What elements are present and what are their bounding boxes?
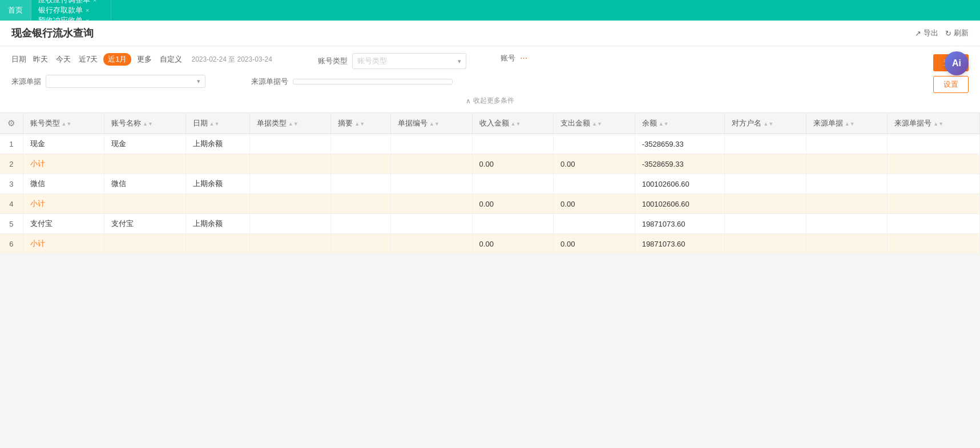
ai-assistant-button[interactable]: Ai — [945, 51, 969, 75]
col-header-account_name: 账号名称▲▼ — [104, 113, 186, 134]
cell-balance: -3528659.33 — [635, 134, 725, 154]
nav-tabs: 收款单×付款单×其他收入单×应收应付调整单×银行存取款单×预收冲应收单×收款核销… — [31, 0, 111, 21]
col-header-expense: 支出金额▲▼ — [554, 113, 635, 134]
cell-account_type: 现金 — [23, 134, 104, 154]
cell-counterpart — [725, 154, 806, 174]
cell-counterpart — [725, 214, 806, 234]
tab-close-icon[interactable]: × — [86, 7, 89, 14]
nav-tab-银行存取款单[interactable]: 银行存取款单× — [31, 5, 111, 15]
collapse-more-conditions-button[interactable]: ∧ 收起更多条件 — [11, 96, 969, 106]
cell-account_name: 支付宝 — [104, 214, 186, 234]
cell-account_name: 现金 — [104, 134, 186, 154]
cell-doc_type — [249, 174, 331, 194]
cell-source_doc — [806, 214, 888, 234]
account-more-button[interactable]: ··· — [520, 53, 527, 63]
col-header-date: 日期▲▼ — [185, 113, 249, 134]
cell-doc_no — [391, 194, 473, 214]
gear-settings-icon[interactable]: ⚙ — [7, 118, 15, 128]
col-label-doc_no: 单据编号 — [398, 119, 428, 127]
ai-label: Ai — [952, 58, 961, 68]
cell-expense — [554, 134, 635, 154]
source-doc-num-label: 来源单据号 — [251, 76, 288, 87]
cell-summary — [331, 174, 391, 194]
chevron-down-icon: ▾ — [458, 58, 461, 65]
sort-icon-source_doc[interactable]: ▲▼ — [845, 121, 855, 127]
cell-source_doc_no — [888, 234, 980, 254]
cell-expense: 0.00 — [554, 154, 635, 174]
table-row: 5支付宝支付宝上期余额19871073.60 — [0, 214, 980, 234]
account-type-select[interactable]: 账号类型 ▾ — [352, 53, 466, 69]
col-label-date: 日期 — [193, 119, 208, 127]
date-shortcut-自定义[interactable]: 自定义 — [158, 53, 184, 66]
date-shortcut-昨天[interactable]: 昨天 — [31, 53, 50, 66]
col-header-income: 收入金额▲▼ — [472, 113, 554, 134]
cell-account_name — [104, 194, 186, 214]
sort-icon-account_type[interactable]: ▲▼ — [62, 121, 72, 127]
cell-balance: 100102606.60 — [635, 174, 725, 194]
table-body: 1现金现金上期余额-3528659.332小计0.000.00-3528659.… — [0, 134, 980, 254]
nav-tab-预收冲应收单[interactable]: 预收冲应收单× — [31, 15, 111, 21]
sort-icon-income[interactable]: ▲▼ — [511, 121, 521, 127]
sort-icon-summary[interactable]: ▲▼ — [354, 121, 365, 127]
date-shortcut-今天[interactable]: 今天 — [54, 53, 73, 66]
cell-expense — [554, 174, 635, 194]
chevron-down-icon-2: ▾ — [197, 78, 200, 85]
row-num-cell: 5 — [0, 214, 23, 234]
export-button[interactable]: ↗ 导出 — [915, 28, 938, 38]
source-doc-num-input[interactable] — [293, 79, 453, 84]
col-header-summary: 摘要▲▼ — [331, 113, 391, 134]
tab-close-icon[interactable]: × — [93, 0, 96, 3]
sort-icon-source_doc_no[interactable]: ▲▼ — [933, 121, 943, 127]
cell-source_doc — [806, 154, 888, 174]
source-doc-select[interactable]: ▾ — [46, 75, 205, 88]
cell-account_type: 小计 — [23, 234, 104, 254]
source-doc-label: 来源单据 — [11, 76, 41, 87]
date-shortcuts: 昨天今天近7天近1月更多自定义 — [31, 53, 184, 66]
tab-close-icon[interactable]: × — [86, 17, 89, 21]
sort-icon-date[interactable]: ▲▼ — [209, 121, 220, 127]
table-row: 3微信微信上期余额100102606.60 — [0, 174, 980, 194]
date-shortcut-近7天[interactable]: 近7天 — [76, 53, 100, 66]
cell-date — [185, 154, 249, 174]
sort-icon-expense[interactable]: ▲▼ — [592, 121, 602, 127]
sort-icon-doc_no[interactable]: ▲▼ — [429, 121, 439, 127]
sort-icon-account_name[interactable]: ▲▼ — [143, 121, 153, 127]
col-header-source_doc: 来源单据▲▼ — [806, 113, 888, 134]
cell-summary — [331, 214, 391, 234]
col-label-expense: 支出金额 — [560, 119, 590, 127]
data-table-container: ⚙账号类型▲▼账号名称▲▼日期▲▼单据类型▲▼摘要▲▼单据编号▲▼收入金额▲▼支… — [0, 113, 980, 254]
cell-doc_no — [391, 214, 473, 234]
table-row: 2小计0.000.00-3528659.33 — [0, 154, 980, 174]
refresh-button[interactable]: ↻ 刷新 — [945, 28, 969, 38]
cell-doc_no — [391, 174, 473, 194]
sort-icon-counterpart[interactable]: ▲▼ — [763, 121, 773, 127]
date-shortcut-近1月[interactable]: 近1月 — [103, 53, 131, 66]
cell-date: 上期余额 — [185, 214, 249, 234]
cell-expense — [554, 214, 635, 234]
col-label-balance: 余额 — [642, 119, 657, 127]
cell-income: 0.00 — [472, 154, 554, 174]
sort-icon-doc_type[interactable]: ▲▼ — [288, 121, 299, 127]
date-shortcut-更多[interactable]: 更多 — [135, 53, 154, 66]
nav-home[interactable]: 首页 — [0, 0, 31, 21]
col-header-gear[interactable]: ⚙ — [0, 113, 23, 134]
nav-tab-应收应付调整单[interactable]: 应收应付调整单× — [31, 0, 111, 5]
export-label: 导出 — [923, 28, 938, 38]
table-row: 1现金现金上期余额-3528659.33 — [0, 134, 980, 154]
cell-source_doc — [806, 174, 888, 194]
cell-income — [472, 174, 554, 194]
cell-source_doc_no — [888, 154, 980, 174]
row-num-cell: 4 — [0, 194, 23, 214]
filter-row-2: 来源单据 ▾ 来源单据号 — [11, 75, 922, 88]
table-row: 4小计0.000.00100102606.60 — [0, 194, 980, 214]
account-type-filter-group: 账号类型 账号类型 ▾ — [318, 53, 466, 69]
date-range-display: 2023-02-24 至 2023-03-24 — [191, 55, 272, 64]
cell-account_type: 小计 — [23, 194, 104, 214]
account-type-label: 账号类型 — [318, 56, 348, 66]
row-num-cell: 6 — [0, 234, 23, 254]
cell-balance: 19871073.60 — [635, 234, 725, 254]
nav-tab-label: 银行存取款单 — [38, 5, 83, 15]
sort-icon-balance[interactable]: ▲▼ — [659, 121, 669, 127]
settings-button[interactable]: 设置 — [933, 76, 969, 93]
col-label-source_doc: 来源单据 — [813, 119, 843, 127]
